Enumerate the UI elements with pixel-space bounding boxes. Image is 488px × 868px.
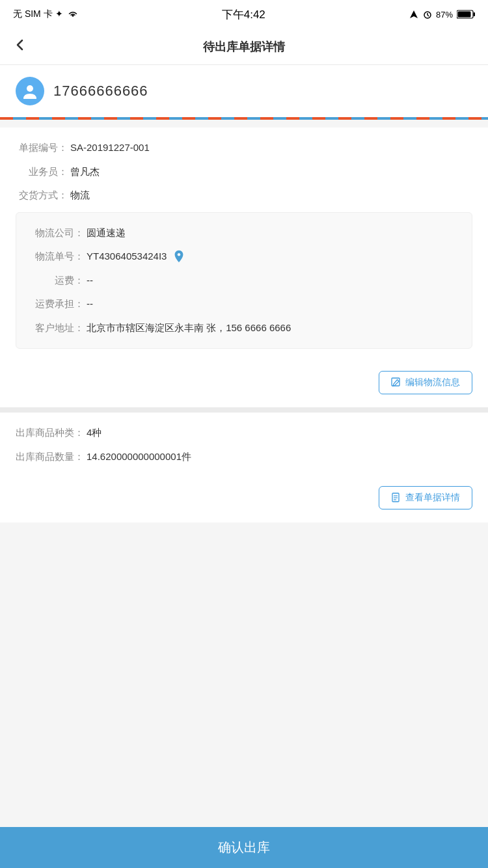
edit-icon — [391, 377, 401, 388]
nav-bar: 待出库单据详情 — [0, 29, 488, 65]
basic-info-section: 单据编号： SA-20191227-001 业务员： 曾凡杰 交货方式： 物流 … — [0, 128, 488, 362]
document-no-value: SA-20191227-001 — [70, 141, 472, 156]
freight-bearer-row: 运费承担： -- — [32, 297, 456, 312]
view-detail-button[interactable]: 查看单据详情 — [379, 486, 472, 509]
delivery-method-label: 交货方式： — [16, 188, 68, 203]
status-left: 无 SIM 卡 ✦ — [13, 8, 79, 20]
logistics-company-label: 物流公司： — [32, 226, 84, 241]
product-section: 出库商品种类： 4种 出库商品数量： 14.620000000000001件 — [0, 413, 488, 477]
svg-rect-5 — [474, 12, 476, 16]
address-label: 客户地址： — [32, 321, 84, 336]
confirm-btn-bar[interactable]: 确认出库 — [0, 827, 488, 868]
status-bar: 无 SIM 卡 ✦ 下午4:42 87% — [0, 0, 488, 29]
product-quantity-row: 出库商品数量： 14.620000000000001件 — [16, 450, 472, 465]
address-value: 北京市市辖区海淀区永丰南 张，156 6666 6666 — [87, 321, 456, 336]
confirm-btn-text: 确认出库 — [218, 840, 270, 854]
location-arrow-icon — [409, 9, 419, 20]
edit-logistics-button[interactable]: 编辑物流信息 — [379, 371, 472, 394]
back-button[interactable] — [8, 33, 33, 61]
freight-row: 运费： -- — [32, 273, 456, 288]
delivery-method-value: 物流 — [70, 188, 472, 203]
status-time: 下午4:42 — [222, 7, 265, 22]
product-types-label: 出库商品种类： — [16, 426, 84, 441]
svg-point-7 — [27, 85, 33, 92]
logistics-company-row: 物流公司： 圆通速递 — [32, 226, 456, 241]
address-row: 客户地址： 北京市市辖区海淀区永丰南 张，156 6666 6666 — [32, 321, 456, 336]
wifi-icon — [67, 10, 79, 19]
sales-person-row: 业务员： 曾凡杰 — [16, 165, 472, 180]
sales-person-value: 曾凡杰 — [70, 165, 472, 180]
product-types-value: 4种 — [87, 426, 472, 441]
tracking-no-value: YT43064053424I3 — [87, 249, 456, 264]
sim-text: 无 SIM 卡 ✦ — [13, 8, 63, 20]
battery-icon — [457, 10, 475, 19]
document-icon — [391, 493, 401, 503]
dashed-separator — [0, 117, 488, 120]
logistics-company-value: 圆通速递 — [87, 226, 456, 241]
document-no-row: 单据编号： SA-20191227-001 — [16, 141, 472, 156]
user-header: 17666666666 — [0, 65, 488, 117]
product-quantity-label: 出库商品数量： — [16, 450, 84, 465]
document-no-label: 单据编号： — [16, 141, 68, 156]
logistics-section: 物流公司： 圆通速递 物流单号： YT43064053424I3 运费： -- … — [16, 212, 472, 349]
freight-label: 运费： — [32, 273, 84, 288]
view-detail-btn-row: 查看单据详情 — [0, 477, 488, 522]
freight-bearer-label: 运费承担： — [32, 297, 84, 312]
bottom-spacer — [0, 522, 488, 620]
edit-btn-row: 编辑物流信息 — [0, 362, 488, 407]
product-quantity-value: 14.620000000000001件 — [87, 450, 472, 465]
svg-line-3 — [427, 15, 429, 16]
section-divider — [0, 407, 488, 413]
svg-rect-6 — [458, 12, 471, 18]
avatar — [16, 77, 44, 105]
tracking-no-row: 物流单号： YT43064053424I3 — [32, 249, 456, 264]
status-right: 87% — [409, 9, 475, 20]
freight-value: -- — [87, 273, 456, 288]
page-title: 待出库单据详情 — [203, 39, 285, 55]
delivery-method-row: 交货方式： 物流 — [16, 188, 472, 203]
tracking-no-label: 物流单号： — [32, 249, 84, 264]
map-pin-icon[interactable] — [172, 249, 186, 264]
user-phone: 17666666666 — [53, 83, 148, 100]
battery-text: 87% — [436, 10, 453, 20]
svg-marker-0 — [410, 10, 418, 18]
freight-bearer-value: -- — [87, 297, 456, 312]
alarm-icon — [423, 10, 432, 19]
product-types-row: 出库商品种类： 4种 — [16, 426, 472, 441]
sales-person-label: 业务员： — [16, 165, 68, 180]
